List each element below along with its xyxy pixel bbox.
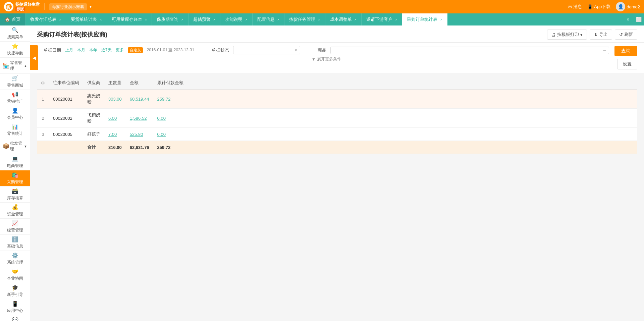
row-paid-amount[interactable]: 0.00 <box>153 109 187 128</box>
close-icon[interactable]: × <box>395 17 397 21</box>
sidebar-item-wholesale[interactable]: 📦 批发管理 ▼ <box>0 138 30 154</box>
query-button[interactable]: 查询 <box>614 46 637 56</box>
sidebar-item-operations[interactable]: 📈 经营管理 <box>0 219 30 235</box>
sidebar-item-inventory[interactable]: 🗃️ 库存核算 <box>0 186 30 203</box>
industry-dropdown-icon[interactable]: ▾ <box>90 4 92 9</box>
export-button[interactable]: ⬇ 导出 <box>590 30 612 40</box>
close-icon[interactable]: × <box>181 17 183 21</box>
print-dropdown-icon[interactable]: ▾ <box>580 32 583 37</box>
row-supplier: 惠氏奶粉 <box>83 90 104 109</box>
restore-window-btn[interactable]: ⬜ <box>633 13 644 25</box>
row-paid-amount[interactable]: 0.00 <box>153 128 187 141</box>
search-icon: 🔍 <box>12 27 18 33</box>
tab-func-desc[interactable]: 功能说明 × <box>220 13 252 25</box>
sidebar-item-marketing[interactable]: 📢 营销推广 <box>0 90 30 106</box>
sidebar-item-enterprise-wechat[interactable]: 💬 企业微信 <box>0 315 30 321</box>
shortcut-last-month[interactable]: 上月 <box>65 47 73 53</box>
sidebar-item-purchase[interactable]: 🛍️ 采购管理 <box>0 170 30 186</box>
sidebar-item-retail[interactable]: 🏪 零售管理 ▲ <box>0 58 30 74</box>
sidebar: 🔍 搜索菜单 ⭐ 快捷导航 🏪 零售管理 ▲ 🛒 零售商城 📢 营销推广 👤 会… <box>0 25 30 321</box>
shortcut-last-7days[interactable]: 近7天 <box>101 47 112 53</box>
filter-section: ◀ 单据日期 上月 本月 本年 近7天 更多 自定义 2016-01-01 至 … <box>30 43 644 73</box>
tab-home[interactable]: 🏠 首页 <box>0 13 25 25</box>
row-amount[interactable]: 60,519.44 <box>126 90 153 109</box>
close-icon[interactable]: × <box>277 17 279 21</box>
tab-available-stock[interactable]: 可用量库存账本 × <box>107 13 152 25</box>
filter-actions: 查询 设置 <box>614 43 644 73</box>
sidebar-item-member[interactable]: 👤 会员中心 <box>0 106 30 122</box>
goods-label: 商品 <box>318 47 326 53</box>
shortcut-this-month[interactable]: 本月 <box>77 47 85 53</box>
tab-purchase-stats[interactable]: 采购订单统计表 × <box>402 13 447 25</box>
close-window-btn[interactable]: × <box>623 13 633 25</box>
refresh-button[interactable]: ↺ 刷新 <box>615 30 637 40</box>
sidebar-item-app-center[interactable]: 📱 应用中心 <box>0 299 30 315</box>
page-title: 采购订单统计表(按供应商) <box>37 31 107 39</box>
tab-invite-downstream[interactable]: 邀请下游客户 × <box>362 13 402 25</box>
row-quantity[interactable]: 6.00 <box>104 109 126 128</box>
row-paid-amount[interactable]: 259.72 <box>153 90 187 109</box>
row-quantity[interactable]: 303.00 <box>104 90 126 109</box>
sidebar-item-quick-nav[interactable]: ⭐ 快捷导航 <box>0 42 30 58</box>
app-download-btn[interactable]: 📱 App下载 <box>587 4 610 10</box>
close-icon[interactable]: × <box>245 17 247 21</box>
sidebar-item-retail-mall[interactable]: 🛒 零售商城 <box>0 74 30 90</box>
filter-main: 单据日期 上月 本月 本年 近7天 更多 自定义 2016-01-01 至 20… <box>38 43 614 73</box>
settings-button[interactable]: 设置 <box>617 59 637 69</box>
row-extra <box>187 90 637 109</box>
sidebar-item-system[interactable]: ⚙️ 系统管理 <box>0 251 30 267</box>
tab-validity[interactable]: 保质期查询 × <box>152 13 188 25</box>
expand-more-btn[interactable]: ▼ 展开更多条件 <box>312 56 341 62</box>
shortcut-more[interactable]: 更多 <box>116 47 124 53</box>
close-icon[interactable]: × <box>355 17 357 21</box>
close-icon[interactable]: × <box>440 17 442 21</box>
sidebar-item-ecommerce[interactable]: 💻 电商管理 <box>0 154 30 170</box>
close-icon[interactable]: × <box>100 17 102 21</box>
col-supplier: 供应商 <box>83 76 104 90</box>
close-icon[interactable]: × <box>59 17 61 21</box>
table-settings-icon[interactable]: ⚙ <box>41 81 45 86</box>
tab-cost-adjust[interactable]: 成本调整单 × <box>325 13 362 25</box>
sidebar-item-search[interactable]: 🔍 搜索菜单 <box>0 25 30 42</box>
sidebar-item-enterprise-coop[interactable]: 🤝 企业协同 <box>0 267 30 283</box>
tab-receive-send[interactable]: 收发存汇总表 × <box>25 13 66 25</box>
tab-config-info[interactable]: 配置信息 × <box>253 13 284 25</box>
goods-more-icon[interactable]: ··· <box>603 48 606 52</box>
logo-icon: 畅 <box>4 2 13 11</box>
sidebar-item-retail-stats[interactable]: 📊 零售统计 <box>0 122 30 138</box>
status-select-arrow: ▾ <box>295 48 297 53</box>
filter-collapse-btn[interactable]: ◀ <box>30 45 38 70</box>
expand-more-row: ▼ 展开更多条件 <box>44 56 609 62</box>
industry-selector[interactable]: 母婴行业演示账套 <box>49 3 87 10</box>
status-select[interactable]: ▾ <box>233 46 300 54</box>
row-amount[interactable]: 525.80 <box>126 128 153 141</box>
main-layout: 🔍 搜索菜单 ⭐ 快捷导航 🏪 零售管理 ▲ 🛒 零售商城 📢 营销推广 👤 会… <box>0 25 644 321</box>
col-paid-amount: 累计付款金额 <box>153 76 187 90</box>
print-icon: 🖨 <box>551 32 556 37</box>
print-button[interactable]: 🖨 按模板打印 ▾ <box>547 30 587 40</box>
col-code: 往来单位编码 <box>49 76 83 90</box>
tab-goods-stats[interactable]: 要货单统计表 × <box>66 13 107 25</box>
row-code: 00020002 <box>49 109 83 128</box>
col-settings[interactable]: ⚙ <box>37 76 49 90</box>
table-row: 3 00020005 好孩子 7.00 525.80 0.00 <box>37 128 637 141</box>
goods-input[interactable]: ··· <box>330 47 609 54</box>
quick-nav-icon: ⭐ <box>12 43 18 49</box>
page-header: 采购订单统计表(按供应商) 🖨 按模板打印 ▾ ⬇ 导出 ↺ 刷新 <box>30 25 644 43</box>
row-code: 00020001 <box>49 90 83 109</box>
app-download-icon: 📱 <box>587 4 593 9</box>
sidebar-item-new-guide[interactable]: 🎓 新手引导 <box>0 283 30 299</box>
tab-overstock[interactable]: 超储预警 × <box>189 13 220 25</box>
sidebar-item-basic-info[interactable]: ℹ️ 基础信息 <box>0 235 30 251</box>
close-icon[interactable]: × <box>318 17 320 21</box>
row-amount[interactable]: 1,586.52 <box>126 109 153 128</box>
shortcut-this-year[interactable]: 本年 <box>89 47 97 53</box>
sidebar-item-finance[interactable]: 💰 资金管理 <box>0 203 30 219</box>
message-btn[interactable]: ✉ 消息 <box>568 4 582 10</box>
close-icon[interactable]: × <box>213 17 215 21</box>
logo-area: 畅 畅捷通好生意 标版 <box>4 2 40 12</box>
row-quantity[interactable]: 7.00 <box>104 128 126 141</box>
tab-pick-task[interactable]: 拣货任务管理 × <box>284 13 325 25</box>
user-menu[interactable]: 👤 demo2 <box>616 2 640 11</box>
close-icon[interactable]: × <box>145 17 147 21</box>
